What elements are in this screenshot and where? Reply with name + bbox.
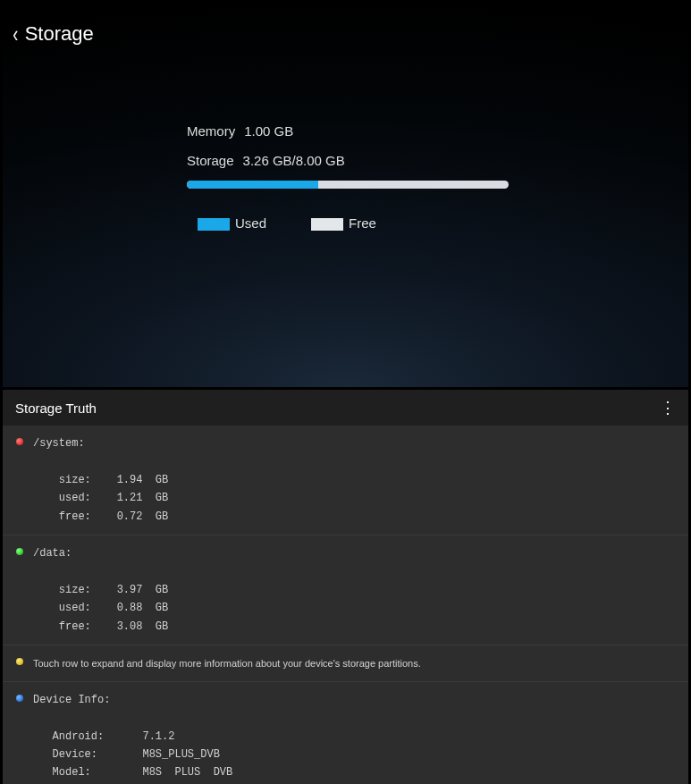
free-swatch-icon — [311, 218, 343, 231]
storage-row: Storage 3.26 GB/8.00 GB — [187, 153, 509, 168]
used-swatch-icon — [198, 218, 230, 231]
storage-summary: Memory 1.00 GB Storage 3.26 GB/8.00 GB U… — [187, 123, 509, 231]
app-bar: Storage Truth ⋮ — [3, 390, 688, 426]
dot-icon — [16, 548, 23, 555]
storage-bar-used — [187, 181, 318, 189]
back-icon[interactable]: ‹ — [13, 22, 18, 46]
hint-text: Touch row to expand and display more inf… — [13, 658, 678, 669]
storage-settings-screen: ‹ Storage Memory 1.00 GB Storage 3.26 GB… — [3, 3, 688, 387]
app-title: Storage Truth — [15, 400, 97, 416]
legend-used-label: Used — [235, 215, 266, 231]
device-info-row[interactable]: Device Info: Android: 7.1.2 Device: M8S_… — [3, 682, 688, 784]
storage-bar — [187, 181, 509, 189]
header: ‹ Storage — [3, 3, 688, 65]
dot-icon — [16, 658, 23, 665]
storage-label: Storage — [187, 153, 234, 168]
partition-system-text: /system: size: 1.94 GB used: 1.21 GB fre… — [13, 434, 678, 526]
device-info-text: Device Info: Android: 7.1.2 Device: M8S_… — [13, 691, 678, 784]
legend-used: Used — [198, 215, 266, 231]
memory-row: Memory 1.00 GB — [187, 123, 509, 139]
storage-value: 3.26 GB/8.00 GB — [243, 153, 345, 168]
hint-row[interactable]: Touch row to expand and display more inf… — [3, 645, 688, 682]
legend: Used Free — [187, 215, 509, 231]
more-icon[interactable]: ⋮ — [660, 400, 676, 416]
page-title: Storage — [25, 22, 94, 46]
memory-label: Memory — [187, 123, 235, 139]
partition-row-data[interactable]: /data: size: 3.97 GB used: 0.88 GB free:… — [3, 535, 688, 645]
dot-icon — [16, 695, 23, 702]
storage-truth-screen: Storage Truth ⋮ /system: size: 1.94 GB u… — [3, 390, 688, 784]
legend-free: Free — [311, 215, 376, 231]
partition-data-text: /data: size: 3.97 GB used: 0.88 GB free:… — [13, 544, 678, 636]
partition-row-system[interactable]: /system: size: 1.94 GB used: 1.21 GB fre… — [3, 426, 688, 535]
dot-icon — [16, 438, 23, 445]
memory-value: 1.00 GB — [244, 123, 293, 139]
legend-free-label: Free — [349, 215, 376, 231]
